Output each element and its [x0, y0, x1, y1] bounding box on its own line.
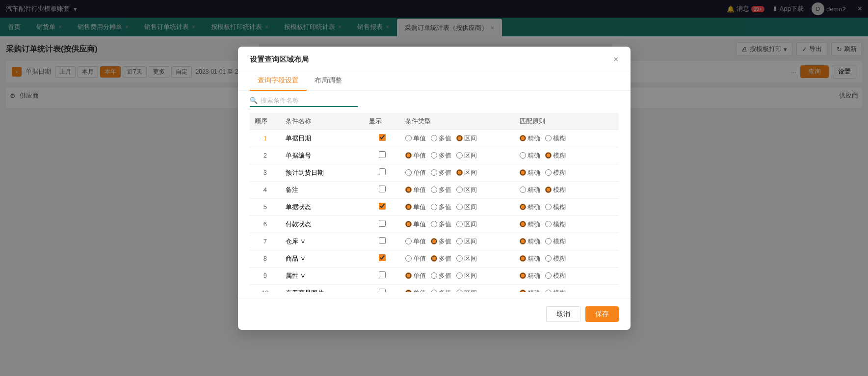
match-radio-精确[interactable]: 精确	[520, 289, 540, 292]
match-radio-模糊[interactable]: 模糊	[545, 271, 566, 280]
row-type-options: 单值 多值 区间	[400, 198, 515, 215]
type-radio-单值[interactable]: 单值	[405, 186, 426, 194]
match-radio-模糊[interactable]: 模糊	[545, 168, 566, 177]
type-radio-单值[interactable]: 单值	[405, 237, 426, 246]
modal-title: 设置查询区域布局	[250, 55, 309, 64]
type-radio-多值[interactable]: 多值	[431, 220, 451, 229]
type-radio-区间[interactable]: 区间	[456, 134, 477, 143]
settings-modal: 设置查询区域布局 × 查询字段设置 布局调整 🔍 顺序	[238, 47, 631, 330]
match-radio-模糊[interactable]: 模糊	[545, 220, 566, 229]
row-order: 3	[250, 164, 281, 181]
row-display-checkbox[interactable]	[364, 215, 400, 233]
type-radio-单值[interactable]: 单值	[405, 271, 426, 280]
row-match-options: 精确 模糊	[515, 198, 619, 215]
type-radio-区间[interactable]: 区间	[456, 203, 477, 212]
row-display-checkbox[interactable]	[364, 250, 400, 267]
table-row: 8 商品 ∨ 单值 多值 区间 精确 模糊	[250, 250, 619, 267]
row-match-options: 精确 模糊	[515, 267, 619, 284]
match-radio-模糊[interactable]: 模糊	[545, 237, 566, 246]
th-display: 显示	[364, 113, 400, 130]
cancel-btn[interactable]: 取消	[546, 306, 580, 322]
modal-tab-layout[interactable]: 布局调整	[307, 71, 350, 91]
match-radio-模糊[interactable]: 模糊	[545, 254, 566, 263]
row-display-checkbox[interactable]	[364, 284, 400, 292]
match-radio-模糊[interactable]: 模糊	[545, 134, 566, 143]
modal-tab-query-fields[interactable]: 查询字段设置	[250, 71, 307, 91]
type-radio-多值[interactable]: 多值	[431, 254, 451, 263]
modal-close-btn[interactable]: ×	[613, 54, 619, 65]
search-input[interactable]	[261, 97, 349, 104]
row-display-checkbox[interactable]	[364, 147, 400, 164]
type-radio-区间[interactable]: 区间	[456, 151, 477, 160]
row-display-checkbox[interactable]	[364, 267, 400, 284]
type-radio-单值[interactable]: 单值	[405, 134, 426, 143]
type-radio-多值[interactable]: 多值	[431, 151, 451, 160]
row-order: 10	[250, 284, 281, 292]
row-type-options: 单值 多值 区间	[400, 130, 515, 147]
modal-footer: 取消 保存	[238, 298, 631, 330]
modal-table-header-row: 顺序 条件名称 显示 条件类型 匹配原则	[250, 113, 619, 130]
row-type-options: 单值 多值 区间	[400, 233, 515, 250]
type-radio-多值[interactable]: 多值	[431, 168, 451, 177]
row-display-checkbox[interactable]	[364, 130, 400, 147]
match-radio-模糊[interactable]: 模糊	[545, 203, 566, 212]
type-radio-单值[interactable]: 单值	[405, 168, 426, 177]
row-order: 6	[250, 215, 281, 233]
type-radio-区间[interactable]: 区间	[456, 186, 477, 194]
match-radio-精确[interactable]: 精确	[520, 254, 540, 263]
type-radio-多值[interactable]: 多值	[431, 186, 451, 194]
row-name: 单据状态	[281, 198, 364, 215]
type-radio-单值[interactable]: 单值	[405, 289, 426, 292]
row-order: 7	[250, 233, 281, 250]
match-radio-精确[interactable]: 精确	[520, 203, 540, 212]
type-radio-多值[interactable]: 多值	[431, 271, 451, 280]
modal-header: 设置查询区域布局 ×	[238, 47, 631, 71]
row-display-checkbox[interactable]	[364, 181, 400, 198]
type-radio-单值[interactable]: 单值	[405, 254, 426, 263]
type-radio-单值[interactable]: 单值	[405, 203, 426, 212]
match-radio-精确[interactable]: 精确	[520, 151, 540, 160]
type-radio-单值[interactable]: 单值	[405, 220, 426, 229]
row-type-options: 单值 多值 区间	[400, 181, 515, 198]
match-radio-精确[interactable]: 精确	[520, 271, 540, 280]
row-match-options: 精确 模糊	[515, 215, 619, 233]
type-radio-区间[interactable]: 区间	[456, 254, 477, 263]
type-radio-多值[interactable]: 多值	[431, 289, 451, 292]
type-radio-区间[interactable]: 区间	[456, 289, 477, 292]
th-name: 条件名称	[281, 113, 364, 130]
match-radio-精确[interactable]: 精确	[520, 168, 540, 177]
row-name: 预计到货日期	[281, 164, 364, 181]
row-display-checkbox[interactable]	[364, 233, 400, 250]
type-radio-区间[interactable]: 区间	[456, 220, 477, 229]
match-radio-模糊[interactable]: 模糊	[545, 151, 566, 160]
row-match-options: 精确 模糊	[515, 164, 619, 181]
row-type-options: 单值 多值 区间	[400, 215, 515, 233]
th-match: 匹配原则	[515, 113, 619, 130]
type-radio-区间[interactable]: 区间	[456, 271, 477, 280]
row-name: 付款状态	[281, 215, 364, 233]
table-row: 4 备注 单值 多值 区间 精确 模糊	[250, 181, 619, 198]
row-display-checkbox[interactable]	[364, 198, 400, 215]
row-match-options: 精确 模糊	[515, 284, 619, 292]
match-radio-精确[interactable]: 精确	[520, 237, 540, 246]
match-radio-模糊[interactable]: 模糊	[545, 186, 566, 194]
type-radio-区间[interactable]: 区间	[456, 237, 477, 246]
save-btn[interactable]: 保存	[585, 306, 619, 322]
match-radio-精确[interactable]: 精确	[520, 134, 540, 143]
match-radio-模糊[interactable]: 模糊	[545, 289, 566, 292]
row-name: 备注	[281, 181, 364, 198]
type-radio-多值[interactable]: 多值	[431, 237, 451, 246]
row-match-options: 精确 模糊	[515, 181, 619, 198]
type-radio-单值[interactable]: 单值	[405, 151, 426, 160]
match-radio-精确[interactable]: 精确	[520, 220, 540, 229]
row-match-options: 精确 模糊	[515, 130, 619, 147]
table-row: 3 预计到货日期 单值 多值 区间 精确 模糊	[250, 164, 619, 181]
type-radio-区间[interactable]: 区间	[456, 168, 477, 177]
row-order: 8	[250, 250, 281, 267]
row-type-options: 单值 多值 区间	[400, 250, 515, 267]
match-radio-精确[interactable]: 精确	[520, 186, 540, 194]
row-match-options: 精确 模糊	[515, 233, 619, 250]
row-display-checkbox[interactable]	[364, 164, 400, 181]
type-radio-多值[interactable]: 多值	[431, 134, 451, 143]
type-radio-多值[interactable]: 多值	[431, 203, 451, 212]
